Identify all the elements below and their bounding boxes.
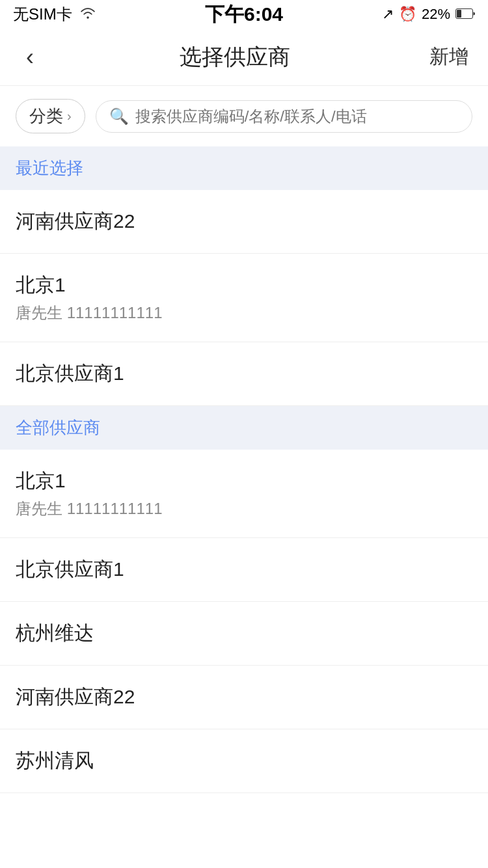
search-icon: 🔍 xyxy=(109,107,129,126)
search-input[interactable] xyxy=(135,107,459,126)
list-item[interactable]: 苏州清风 xyxy=(0,729,488,793)
item-name: 河南供应商22 xyxy=(16,684,472,711)
item-name: 河南供应商22 xyxy=(16,208,472,235)
svg-rect-1 xyxy=(457,10,461,18)
status-left: 无SIM卡 xyxy=(13,4,97,25)
carrier-text: 无SIM卡 xyxy=(13,4,72,25)
status-bar: 无SIM卡 下午6:04 ↗ ⏰ 22% xyxy=(0,0,488,29)
wifi-icon xyxy=(79,5,97,23)
location-icon: ↗ xyxy=(382,6,394,23)
section-header-all: 全部供应商 xyxy=(0,406,488,450)
item-sub: 唐先生 11111111111 xyxy=(16,303,472,323)
chevron-icon: › xyxy=(67,109,72,124)
filter-row: 分类 › 🔍 xyxy=(0,86,488,146)
section-header-recent: 最近选择 xyxy=(0,146,488,190)
back-button[interactable]: ‹ xyxy=(20,37,40,77)
item-name: 苏州清风 xyxy=(16,748,472,774)
item-name: 北京1 xyxy=(16,468,472,495)
list-item[interactable]: 北京供应商1 xyxy=(0,342,488,406)
item-name: 杭州维达 xyxy=(16,620,472,647)
item-name: 北京供应商1 xyxy=(16,360,472,387)
category-label: 分类 xyxy=(29,105,63,128)
battery-text: 22% xyxy=(422,6,450,23)
list-item[interactable]: 河南供应商22 xyxy=(0,666,488,729)
list-item[interactable]: 北京供应商1 xyxy=(0,538,488,602)
item-name: 北京供应商1 xyxy=(16,556,472,583)
item-sub: 唐先生 11111111111 xyxy=(16,498,472,519)
category-button[interactable]: 分类 › xyxy=(16,99,85,133)
nav-bar: ‹ 选择供应商 新增 xyxy=(0,29,488,86)
list-item[interactable]: 北京1唐先生 11111111111 xyxy=(0,450,488,538)
battery-icon xyxy=(455,6,475,23)
list-item[interactable]: 北京1唐先生 11111111111 xyxy=(0,254,488,342)
status-right: ↗ ⏰ 22% xyxy=(382,6,475,23)
page-title: 选择供应商 xyxy=(180,42,290,72)
status-time: 下午6:04 xyxy=(205,1,283,28)
sections-container: 最近选择河南供应商22北京1唐先生 11111111111北京供应商1全部供应商… xyxy=(0,146,488,793)
list-item[interactable]: 杭州维达 xyxy=(0,602,488,666)
list-item[interactable]: 河南供应商22 xyxy=(0,190,488,254)
item-name: 北京1 xyxy=(16,272,472,299)
search-box: 🔍 xyxy=(96,100,472,133)
add-button[interactable]: 新增 xyxy=(429,44,468,70)
alarm-icon: ⏰ xyxy=(399,6,416,23)
